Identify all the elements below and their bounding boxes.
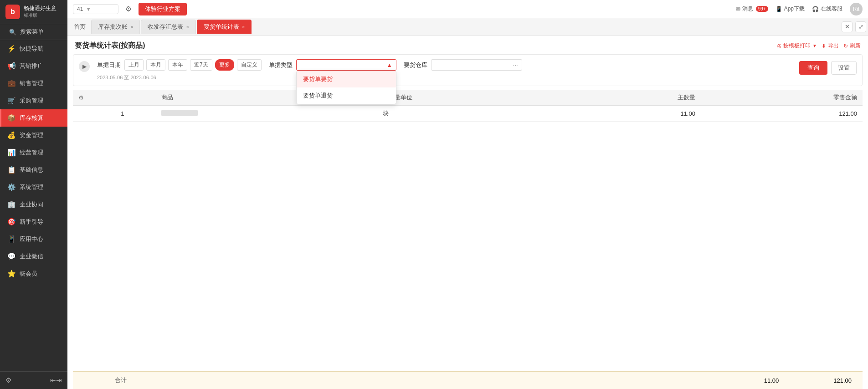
- sidebar-item-operations[interactable]: 📊 经营管理: [0, 144, 67, 161]
- maximize-btn[interactable]: ⤢: [855, 21, 866, 32]
- sidebar: b 畅捷通好生意 标准版 🔍 搜索菜单 ⚡ 快捷导航 📢 营销推广 💼 销售管理…: [0, 0, 67, 389]
- sidebar-footer: ⚙ ⇤⇥: [0, 371, 67, 389]
- setup-button[interactable]: 设置: [831, 61, 857, 75]
- dropdown-item-order-return[interactable]: 要货单退货: [297, 87, 396, 104]
- query-button[interactable]: 查询: [799, 61, 827, 75]
- table-row: 1 块 11.00 121.00: [73, 106, 863, 122]
- tab-receive-summary[interactable]: 收发存汇总表 ×: [141, 20, 195, 34]
- messages-badge: 99+: [756, 6, 768, 12]
- date-custom-btn[interactable]: 自定义: [237, 59, 262, 71]
- search-menu-btn[interactable]: 🔍 搜索菜单: [0, 24, 67, 40]
- collapse-sidebar-btn[interactable]: ⇤⇥: [50, 376, 62, 384]
- messages-label: 消息: [742, 5, 753, 13]
- chevron-down-icon: ▼: [86, 6, 91, 12]
- tab-bar-right: ✕ ⤢: [842, 21, 866, 32]
- warehouse-filter-row: 要货仓库 ···: [404, 59, 522, 71]
- print-btn[interactable]: 🖨 按模板打印 ▼: [776, 42, 817, 50]
- export-btn[interactable]: ⬇ 导出: [822, 42, 839, 50]
- cell-settings: [73, 106, 89, 122]
- online-service-btn[interactable]: 🎧 在线客服: [812, 5, 842, 13]
- message-icon: ✉: [736, 6, 740, 12]
- date-7days-btn[interactable]: 近7天: [190, 59, 212, 71]
- wechat-icon: 💬: [7, 252, 16, 261]
- date-this-year-btn[interactable]: 本年: [168, 59, 187, 71]
- close-icon[interactable]: ×: [242, 24, 245, 30]
- sidebar-item-enterprise[interactable]: 🏢 企业协同: [0, 196, 67, 213]
- sidebar-item-finance[interactable]: 💰 资金管理: [0, 127, 67, 144]
- sidebar-item-basic[interactable]: 📋 基础信息: [0, 161, 67, 179]
- app-sub: 标准版: [24, 12, 56, 19]
- marketing-icon: 📢: [7, 62, 16, 70]
- data-table: ⚙ 商品 主计量单位 主数量 零售金额 1: [73, 90, 863, 122]
- sidebar-item-guide[interactable]: 🎯 新手引导: [0, 213, 67, 230]
- cell-product: [156, 106, 377, 122]
- tab-home[interactable]: 首页: [69, 20, 90, 34]
- filter-expand-btn[interactable]: ▶: [79, 61, 90, 72]
- col-unit: 主计量单位: [377, 90, 567, 106]
- tab-bar: 首页 库存批次账 × 收发存汇总表 × 要货单统计表 × ✕ ⤢: [67, 18, 868, 36]
- app-logo: b 畅捷通好生意 标准版: [0, 0, 67, 24]
- type-dropdown-trigger[interactable]: ▲: [296, 59, 396, 71]
- tab-inventory-batch[interactable]: 库存批次账 ×: [91, 20, 140, 34]
- sidebar-item-label: 快捷导航: [20, 45, 43, 53]
- sidebar-item-purchase[interactable]: 🛒 采购管理: [0, 92, 67, 109]
- footer-retail-amount: 121.00: [833, 377, 852, 384]
- messages-btn[interactable]: ✉ 消息 99+: [736, 5, 768, 13]
- sidebar-item-sales[interactable]: 💼 销售管理: [0, 75, 67, 92]
- sidebar-item-apps[interactable]: 📱 应用中心: [0, 230, 67, 248]
- app-download-btn[interactable]: 📱 App下载: [776, 5, 805, 13]
- date-options: 上月 本月 本年 近7天 更多 自定义: [124, 59, 262, 71]
- date-this-month-btn[interactable]: 本月: [146, 59, 165, 71]
- cell-unit: 块: [377, 106, 567, 122]
- download-label: App下载: [784, 5, 805, 13]
- app-name: 畅捷通好生意: [24, 5, 56, 12]
- sidebar-item-label: 畅会员: [20, 270, 37, 278]
- date-more-btn[interactable]: 更多: [215, 59, 234, 71]
- warehouse-filter-col: 要货仓库 ···: [404, 59, 522, 71]
- type-filter-col: 单据类型 ▲ 要货单要货 要货单退货: [269, 59, 396, 71]
- sidebar-item-system[interactable]: ⚙️ 系统管理: [0, 179, 67, 196]
- user-avatar[interactable]: Rit: [850, 3, 863, 15]
- more-icon[interactable]: ···: [513, 61, 518, 68]
- main-area: 41 ▼ ⚙ 体验行业方案 ✉ 消息 99+ 📱 App下载 🎧 在线客服 Ri…: [67, 0, 868, 389]
- header-settings-btn[interactable]: ⚙: [122, 3, 135, 15]
- tab-label: 要货单统计表: [204, 23, 239, 31]
- sidebar-item-marketing[interactable]: 📢 营销推广: [0, 57, 67, 75]
- dropdown-item-order-goods[interactable]: 要货单要货: [297, 71, 396, 87]
- table-settings-th[interactable]: ⚙: [73, 90, 89, 106]
- sidebar-item-members[interactable]: ⭐ 畅会员: [0, 265, 67, 282]
- tab-label: 库存批次账: [98, 23, 128, 31]
- store-name: 41: [77, 6, 83, 12]
- sidebar-item-label: 采购管理: [20, 97, 43, 105]
- refresh-btn[interactable]: ↻ 刷新: [843, 42, 861, 50]
- filter-area: ▶ 单据日期 上月 本月 本年 近7天 更多 自定义: [73, 54, 863, 86]
- settings-footer-btn[interactable]: ⚙: [5, 376, 11, 384]
- sidebar-item-quick-nav[interactable]: ⚡ 快捷导航: [0, 40, 67, 57]
- tab-order-stats[interactable]: 要货单统计表 ×: [197, 20, 252, 34]
- close-icon[interactable]: ×: [130, 24, 133, 30]
- chevron-down-icon: ▼: [812, 43, 817, 48]
- product-name-blurred: [161, 110, 198, 116]
- close-all-tabs-btn[interactable]: ✕: [842, 21, 853, 32]
- page-title: 要货单统计表(按商品): [75, 41, 145, 51]
- sidebar-item-label: 应用中心: [20, 235, 43, 243]
- warehouse-dropdown[interactable]: ···: [431, 59, 522, 71]
- cell-qty: 11.00: [567, 106, 701, 122]
- type-dropdown-input[interactable]: [300, 61, 385, 68]
- sidebar-nav: ⚡ 快捷导航 📢 营销推广 💼 销售管理 🛒 采购管理 📦 库存核算 💰 资金管…: [0, 40, 67, 371]
- tab-label: 收发存汇总表: [148, 23, 183, 31]
- sidebar-item-wechat[interactable]: 💬 企业微信: [0, 248, 67, 265]
- sidebar-item-label: 新手引导: [20, 218, 43, 226]
- date-last-month-btn[interactable]: 上月: [124, 59, 144, 71]
- logo-icon: b: [5, 5, 20, 19]
- apps-icon: 📱: [7, 235, 16, 243]
- sidebar-item-label: 系统管理: [20, 183, 43, 191]
- close-icon[interactable]: ×: [186, 24, 189, 30]
- system-icon: ⚙️: [7, 183, 16, 191]
- export-label: 导出: [828, 42, 839, 50]
- col-qty: 主数量: [567, 90, 701, 106]
- sidebar-item-inventory[interactable]: 📦 库存核算: [0, 109, 67, 127]
- trial-button[interactable]: 体验行业方案: [139, 3, 187, 15]
- store-selector[interactable]: 41 ▼: [73, 4, 118, 14]
- sidebar-item-label: 基础信息: [20, 166, 43, 174]
